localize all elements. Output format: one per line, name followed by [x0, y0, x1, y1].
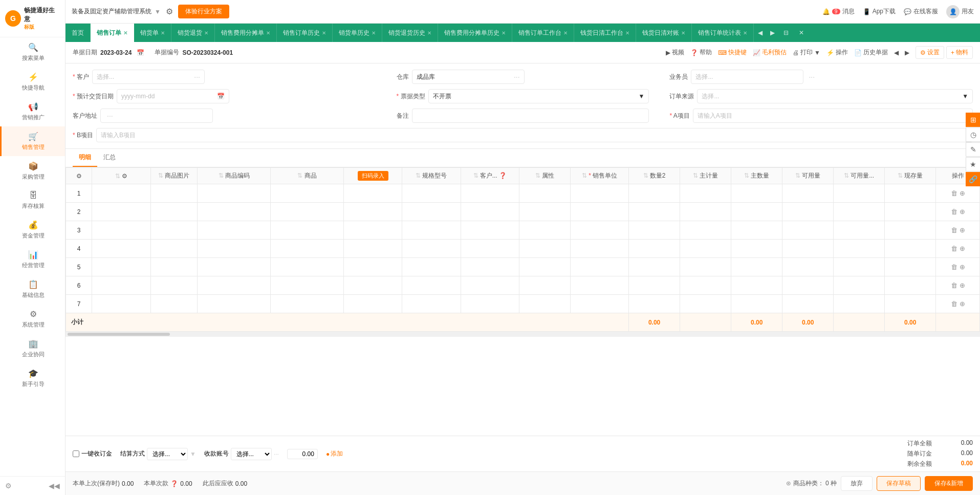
sort-icon[interactable]: ⇅	[115, 173, 120, 180]
settings-bottom-icon[interactable]: ⚙	[5, 482, 12, 490]
sidebar-item-operations[interactable]: 📊 经营管理	[0, 245, 65, 274]
tab-detail[interactable]: 明细	[73, 149, 97, 167]
settings-action[interactable]: ⚙ 设置	[916, 46, 944, 59]
sort-icon[interactable]: ⇅	[158, 172, 163, 179]
collapse-icon[interactable]: ◀◀	[49, 482, 60, 490]
sidebar-item-quick[interactable]: ⚡ 快捷导航	[0, 67, 65, 97]
row-delete-button[interactable]: 🗑	[951, 208, 957, 216]
scrollbar-thumb[interactable]	[68, 333, 170, 336]
print-dropdown-icon[interactable]: ▼	[814, 49, 820, 56]
tab-close-icon[interactable]: ✕	[743, 30, 747, 36]
address-input[interactable]: ···	[100, 109, 213, 123]
sort-icon[interactable]: ⇅	[693, 172, 698, 179]
nav-next-action[interactable]: ▶	[905, 49, 909, 56]
tab-sales-history[interactable]: 销售订单历史 ✕	[277, 24, 333, 42]
tab-close-icon[interactable]: ✕	[563, 30, 568, 36]
row-delete-button[interactable]: 🗑	[951, 245, 957, 252]
tab-next-button[interactable]: ▶	[766, 24, 778, 42]
sort-icon[interactable]: ⇅	[643, 172, 648, 179]
add-product-action[interactable]: + 物料	[946, 46, 973, 59]
dropdown-icon[interactable]: ▼	[155, 8, 161, 15]
sidebar-item-marketing[interactable]: 📢 营销推广	[0, 97, 65, 126]
tab-close-all-button[interactable]: ✕	[794, 24, 809, 42]
sort-icon[interactable]: ⇅	[535, 172, 540, 179]
add-button[interactable]: ● 添加	[326, 449, 343, 458]
customer-dots-icon[interactable]: ···	[194, 73, 200, 81]
sidebar-item-inventory[interactable]: 🗄 库存核算	[0, 186, 65, 215]
tab-sales-order[interactable]: 销售订单 ✕	[91, 24, 134, 42]
save-new-button[interactable]: 保存&新增	[925, 476, 973, 491]
right-panel-btn-4[interactable]: ★	[966, 157, 980, 171]
online-service-item[interactable]: 💬 在线客服	[904, 7, 938, 16]
row-delete-button[interactable]: 🗑	[951, 226, 957, 234]
settings-col-icon[interactable]: ⚙	[76, 173, 82, 180]
one-click-settle-input[interactable]	[73, 450, 79, 457]
tab-slip-history[interactable]: 销货单历史 ✕	[333, 24, 382, 42]
sidebar-item-purchase[interactable]: 📦 采购管理	[0, 156, 65, 186]
help-icon[interactable]: ❓	[170, 480, 178, 487]
tab-sales-fee[interactable]: 销售费用分摊单 ✕	[215, 24, 277, 42]
tab-close-icon[interactable]: ✕	[161, 30, 165, 36]
row-copy-button[interactable]: ⊕	[960, 189, 965, 197]
row-copy-button[interactable]: ⊕	[960, 208, 965, 216]
invoice-dropdown-icon[interactable]: ▼	[639, 93, 645, 100]
operation-action[interactable]: ⚡ 操作	[826, 48, 848, 57]
tab-close-icon[interactable]: ✕	[322, 30, 326, 36]
row-customer-code[interactable]	[461, 184, 519, 203]
messages-item[interactable]: 🔔 9 消息	[822, 7, 855, 16]
row-main-unit[interactable]	[680, 184, 731, 203]
scan-button[interactable]: 扫码录入	[358, 171, 388, 181]
row-attr[interactable]	[519, 184, 570, 203]
delivery-input[interactable]: yyyy-mm-dd 📅	[117, 89, 229, 103]
tab-close-icon[interactable]: ✕	[427, 30, 431, 36]
sidebar-item-system[interactable]: ⚙ 系统管理	[0, 304, 65, 334]
row-delete-button[interactable]: 🗑	[951, 189, 957, 197]
row-spec[interactable]	[402, 184, 461, 203]
print-action[interactable]: 🖨 打印 ▼	[793, 48, 820, 57]
invoice-select[interactable]: 不开票 ▼	[428, 89, 649, 103]
tab-close-icon[interactable]: ✕	[625, 30, 629, 36]
row-copy-button[interactable]: ⊕	[960, 282, 965, 289]
sidebar-item-enterprise[interactable]: 🏢 企业协同	[0, 334, 65, 363]
save-draft-button[interactable]: 保存草稿	[877, 476, 921, 491]
tab-home[interactable]: 首页	[66, 24, 91, 42]
nav-prev-action[interactable]: ◀	[894, 49, 899, 56]
sort-icon[interactable]: ⇅	[898, 172, 903, 179]
shortcut-action[interactable]: ⌨ 快捷键	[718, 48, 747, 57]
row-qty2[interactable]	[629, 184, 680, 203]
tab-expand-button[interactable]: ⊟	[778, 24, 794, 42]
right-panel-btn-5[interactable]: 🔗	[966, 172, 980, 186]
profit-action[interactable]: 📈 毛利预估	[753, 48, 787, 57]
staff-dots-icon[interactable]: ···	[809, 73, 815, 81]
staff-input[interactable]: 选择...	[691, 70, 803, 84]
row-product[interactable]	[271, 203, 344, 221]
row-main-qty[interactable]	[731, 184, 782, 203]
tab-close-icon[interactable]: ✕	[204, 30, 208, 36]
sort-icon[interactable]: ⇅	[582, 172, 587, 179]
user-item[interactable]: 👤 用友	[946, 5, 974, 18]
tab-summary[interactable]: 汇总	[97, 149, 122, 167]
view-action[interactable]: ▶ 视频	[666, 48, 684, 57]
row-code[interactable]	[198, 203, 271, 221]
row-delete-button[interactable]: 🗑	[951, 300, 957, 308]
settle-method-select[interactable]: 选择...	[147, 448, 188, 460]
tab-close-icon[interactable]: ✕	[372, 30, 376, 36]
row-copy-button[interactable]: ⊕	[960, 226, 965, 234]
row-warehouse[interactable]	[92, 203, 150, 221]
tab-workbench[interactable]: 销售订单工作台 ✕	[512, 24, 574, 42]
discard-button[interactable]: 放弃	[841, 476, 873, 491]
sidebar-item-basic[interactable]: 📋 基础信息	[0, 274, 65, 304]
help-action[interactable]: ❓ 帮助	[690, 48, 712, 57]
tab-daily-reconcile[interactable]: 钱货日清对账 ✕	[636, 24, 692, 42]
tab-daily-workbench[interactable]: 钱货日清工作台 ✕	[574, 24, 636, 42]
tab-close-icon[interactable]: ✕	[266, 30, 270, 36]
right-panel-btn-1[interactable]: ⊞	[966, 113, 980, 127]
customer-input[interactable]: 选择... ···	[92, 70, 205, 84]
right-panel-btn-2[interactable]: ◷	[966, 127, 980, 142]
tab-sales-return[interactable]: 销货退货 ✕	[171, 24, 215, 42]
project-a-input[interactable]: 请输入A项目	[693, 109, 973, 123]
row-code[interactable]	[198, 184, 271, 203]
settle-dropdown-icon[interactable]: ▼	[190, 450, 196, 458]
sidebar-item-finance[interactable]: 💰 资金管理	[0, 215, 65, 245]
horizontal-scrollbar[interactable]	[66, 332, 980, 337]
